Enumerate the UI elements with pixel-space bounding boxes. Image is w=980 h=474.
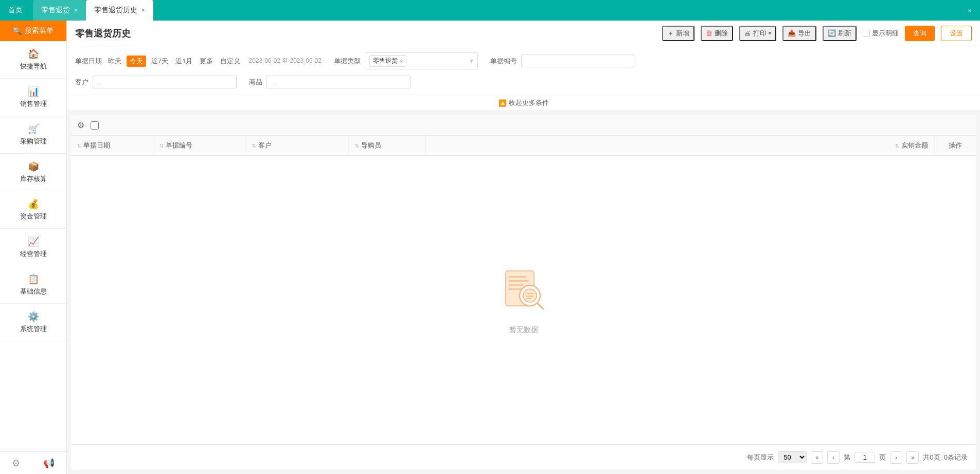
sidebar-item-label: 经营管理 <box>20 249 47 259</box>
sidebar-item-operations[interactable]: 📈 经营管理 <box>0 229 66 266</box>
query-button[interactable]: 查询 <box>905 26 935 41</box>
order-filter-input[interactable] <box>521 54 634 67</box>
th-order-no: ⇅ 单据编号 <box>153 136 246 155</box>
date-options: 昨天 今天 近7天 近1月 更多 自定义 <box>106 56 242 67</box>
sidebar-item-system[interactable]: ⚙️ 系统管理 <box>0 304 66 341</box>
th-customer-label: 客户 <box>258 141 272 150</box>
sidebar-item-quick-nav[interactable]: 🏠 快捷导航 <box>0 41 66 79</box>
tab-home[interactable]: 首页 <box>0 0 31 21</box>
th-guide: ⇅ 导购员 <box>349 136 426 155</box>
date-option-yesterday[interactable]: 昨天 <box>106 56 123 67</box>
sort-guide-icon[interactable]: ⇅ <box>355 143 359 149</box>
customer-placeholder: ... <box>97 78 103 86</box>
select-all-checkbox[interactable] <box>91 121 99 130</box>
svg-rect-3 <box>508 284 524 286</box>
page-header: 零售退货历史 ＋ 新增 🗑 删除 🖨 打印 ▾ 📤 导出 <box>67 21 980 46</box>
table-area: ⚙ ⇅ 单据日期 ⇅ 单据编号 ⇅ 客户 ⇅ 导购员 <box>71 115 976 470</box>
th-guide-label: 导购员 <box>361 141 381 150</box>
page-first-button[interactable]: « <box>811 451 823 464</box>
date-option-today[interactable]: 今天 <box>127 56 146 67</box>
page-number-input[interactable] <box>854 452 875 463</box>
type-tag-label: 零售退货 <box>373 57 398 65</box>
type-filter-select[interactable]: 零售退货 × ▾ <box>365 52 478 69</box>
filter-area: 单据日期 昨天 今天 近7天 近1月 更多 自定义 2023-06-02 至 2… <box>67 46 980 111</box>
export-button[interactable]: 📤 导出 <box>782 26 816 41</box>
date-range-display: 2023-06-02 至 2023-06-02 <box>248 57 321 65</box>
customer-filter-select[interactable]: ... <box>93 76 237 88</box>
print-icon: 🖨 <box>744 29 751 37</box>
type-tag: 零售退货 × <box>369 55 406 67</box>
table-toolbar: ⚙ <box>71 115 976 136</box>
finance-icon: 💰 <box>28 198 39 210</box>
th-amount: ⇅ 实销金额 <box>426 136 935 155</box>
type-tag-close[interactable]: × <box>400 58 403 64</box>
sidebar-search[interactable]: 🔍 搜索菜单 <box>0 21 66 41</box>
refresh-button[interactable]: 🔄 刷新 <box>823 26 857 41</box>
tab-retail-return-history[interactable]: 零售退货历史 × <box>86 0 153 21</box>
filter-row-2: 客户 ... 商品 ... <box>75 76 972 88</box>
th-customer: ⇅ 客户 <box>246 136 349 155</box>
th-action-label: 操作 <box>949 141 962 150</box>
page-size-select[interactable]: 20 50 100 <box>778 451 807 463</box>
print-button[interactable]: 🖨 打印 ▾ <box>739 26 776 41</box>
table-settings-icon[interactable]: ⚙ <box>77 120 84 130</box>
volume-bottom-icon[interactable]: 📢 <box>43 458 55 469</box>
purchase-icon: 🛒 <box>28 123 39 135</box>
system-icon: ⚙️ <box>28 311 39 322</box>
sidebar-item-inventory[interactable]: 📦 库存核算 <box>0 154 66 191</box>
sidebar-item-sales[interactable]: 📊 销售管理 <box>0 79 66 116</box>
collapse-filter-button[interactable]: 🔼 收起更多条件 <box>67 95 980 111</box>
display-detail-checkbox[interactable] <box>863 30 870 37</box>
page-total: 共0页, 0条记录 <box>923 453 968 462</box>
sort-order-icon[interactable]: ⇅ <box>159 143 164 149</box>
operations-icon: 📈 <box>28 236 39 247</box>
top-bar-close[interactable]: × <box>968 7 980 14</box>
page-label: 第 <box>844 453 850 462</box>
sidebar-item-label: 基础信息 <box>20 287 47 296</box>
filter-group-customer: 客户 ... <box>75 76 237 88</box>
page-size-label: 每页显示 <box>747 453 774 462</box>
setting-button[interactable]: 设置 <box>941 26 972 41</box>
sidebar-item-basic-info[interactable]: 📋 基础信息 <box>0 266 66 304</box>
th-date-label: 单据日期 <box>83 141 110 150</box>
inventory-icon: 📦 <box>28 161 39 172</box>
refresh-icon: 🔄 <box>828 29 836 37</box>
print-chevron-icon: ▾ <box>769 30 771 36</box>
display-detail-label: 显示明细 <box>872 29 899 38</box>
goods-filter-select[interactable]: ... <box>266 76 411 88</box>
page-prev-button[interactable]: ‹ <box>827 451 840 464</box>
tab-retail-return-history-close[interactable]: × <box>141 7 145 14</box>
collapse-icon: 🔼 <box>498 99 507 107</box>
page-next-button[interactable]: › <box>890 451 902 464</box>
settings-bottom-icon[interactable]: ⚙ <box>12 458 20 469</box>
goods-filter-label: 商品 <box>249 78 262 87</box>
date-option-7days[interactable]: 近7天 <box>149 56 170 67</box>
empty-state: 暂无数据 <box>71 156 976 444</box>
sidebar-item-finance[interactable]: 💰 资金管理 <box>0 191 66 229</box>
th-action: 操作 <box>935 136 976 155</box>
order-filter-label: 单据编号 <box>490 57 517 66</box>
basic-info-icon: 📋 <box>28 274 39 285</box>
date-option-1month[interactable]: 近1月 <box>173 56 194 67</box>
date-option-more[interactable]: 更多 <box>198 56 215 67</box>
date-option-custom[interactable]: 自定义 <box>218 56 242 67</box>
export-icon: 📤 <box>788 29 796 37</box>
tab-retail-return[interactable]: 零售退货 × <box>33 0 86 21</box>
sort-customer-icon[interactable]: ⇅ <box>252 143 256 149</box>
filter-group-goods: 商品 ... <box>249 76 411 88</box>
new-label: 新增 <box>676 29 689 38</box>
tab-home-label: 首页 <box>8 6 23 15</box>
delete-label: 删除 <box>715 29 728 38</box>
th-order-label: 单据编号 <box>166 141 192 150</box>
sidebar-item-label: 库存核算 <box>20 174 47 184</box>
new-button[interactable]: ＋ 新增 <box>662 26 694 41</box>
sidebar-item-label: 销售管理 <box>20 99 47 108</box>
customer-filter-label: 客户 <box>75 78 88 87</box>
tab-retail-return-close[interactable]: × <box>74 7 78 14</box>
page-last-button[interactable]: » <box>906 451 919 464</box>
delete-button[interactable]: 🗑 删除 <box>701 26 733 41</box>
sort-date-icon[interactable]: ⇅ <box>77 143 81 149</box>
sort-amount-icon[interactable]: ⇅ <box>895 143 899 149</box>
sidebar-item-purchase[interactable]: 🛒 采购管理 <box>0 116 66 154</box>
sidebar: 🔍 搜索菜单 🏠 快捷导航 📊 销售管理 🛒 采购管理 📦 库存核算 💰 <box>0 21 67 474</box>
